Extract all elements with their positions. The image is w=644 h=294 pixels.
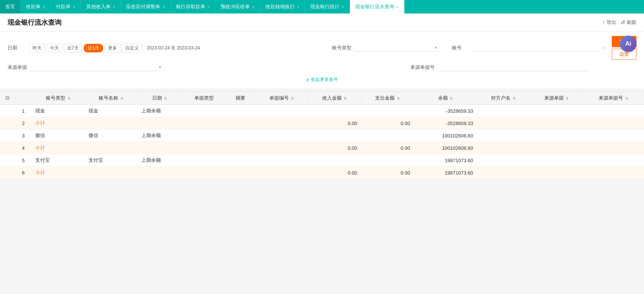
collapse-label: 收起更多条件 (311, 76, 338, 83)
sort-source-doc-no-icon[interactable]: ⇅ (625, 96, 628, 100)
nav-payment-close[interactable]: × (73, 4, 75, 9)
export-button[interactable]: ↑ 导出 (602, 19, 616, 26)
refresh-icon: ↺ (621, 19, 625, 25)
date-btn-7days[interactable]: 近7天 (64, 44, 82, 52)
export-icon: ↑ (602, 19, 605, 25)
col-date[interactable]: 日期 ⇅ (138, 92, 182, 105)
account-type-input[interactable] (354, 44, 435, 51)
sort-balance-icon[interactable]: ⇅ (450, 96, 453, 100)
table-row[interactable]: 6小计0.000.0019871073.60 (0, 167, 644, 179)
col-balance[interactable]: 余额 ⇅ (414, 92, 477, 105)
col-source-doc[interactable]: 来源单据 ⇅ (530, 92, 583, 105)
page-title: 现金银行流水查询 (8, 18, 62, 27)
account-label: 账号 (452, 45, 471, 51)
col-setting: ⚙ (0, 92, 15, 105)
gear-icon[interactable]: ⚙ (5, 95, 10, 101)
col-doc-type: 单据类型 (182, 92, 226, 105)
header-actions: ↑ 导出 ↺ 刷新 (602, 19, 636, 26)
sort-account-type-icon[interactable]: ⇅ (68, 96, 71, 100)
date-options: 昨天 今天 近7天 近1月 更多 自定义 2023-02-24 至 2023-0… (29, 44, 200, 52)
nav-advance-offset-close[interactable]: × (252, 4, 254, 9)
nav-cash-bank-stat-close[interactable]: × (342, 4, 344, 9)
data-table: ⚙ 账号类型 ⇅ 账号名称 ⇅ 日期 ⇅ 单据类型 摘要 单据编号 (0, 91, 644, 179)
nav-other-income[interactable]: 其他收入单 × (81, 0, 121, 13)
top-nav: 首页 收款单 × 付款单 × 其他收入单 × 应收应付调整单 × 银行存取款单 … (0, 0, 644, 13)
source-doc-select-wrapper: ▾ (30, 64, 161, 71)
account-type-select-wrapper: ▾ (354, 44, 437, 52)
col-counterpart[interactable]: 对方户名 ⇅ (477, 92, 530, 105)
account-no-wrapper: ··· (474, 44, 606, 52)
sort-doc-no-icon[interactable]: ⇅ (291, 96, 294, 100)
nav-cash-bank-stat[interactable]: 现金银行统计 × (305, 0, 350, 13)
account-type-chevron[interactable]: ▾ (435, 45, 437, 50)
table-row[interactable]: 1现金现金上期余额-3528659.33 (0, 105, 644, 117)
table-row[interactable]: 3微信微信上期余额100102606.60 (0, 130, 644, 142)
date-range: 2023-02-24 至 2023-03-24 (147, 45, 200, 51)
col-expense[interactable]: 支出金额 ⇅ (361, 92, 414, 105)
date-btn-1month[interactable]: 近1月 (84, 44, 104, 52)
filter-area: 日期 昨天 今天 近7天 近1月 更多 自定义 2023-02-24 至 202… (0, 31, 644, 89)
col-account-type[interactable]: 账号类型 ⇅ (32, 92, 84, 105)
collapse-icon: ∧ (306, 77, 309, 82)
source-doc-no-input[interactable] (438, 64, 588, 71)
date-btn-more[interactable]: 更多 (105, 44, 120, 52)
ai-assistant-badge[interactable]: Ai (620, 36, 636, 52)
source-doc-no-wrapper (438, 64, 588, 71)
table-row[interactable]: 2小计0.000.00-3528659.33 (0, 117, 644, 130)
nav-cash-bank-flow-close[interactable]: × (396, 4, 399, 9)
nav-collection-exec-close[interactable]: × (297, 4, 299, 9)
filter-row-2: 来源单据 ▾ 来源单据号 (8, 64, 636, 71)
table-header-row: ⚙ 账号类型 ⇅ 账号名称 ⇅ 日期 ⇅ 单据类型 摘要 单据编号 (0, 92, 644, 105)
col-income[interactable]: 收入金额 ⇅ (308, 92, 361, 105)
sort-income-icon[interactable]: ⇅ (344, 96, 347, 100)
nav-payment[interactable]: 付款单 × (51, 0, 81, 13)
col-no (15, 92, 32, 105)
nav-collection-exec[interactable]: 收款核销执行 × (260, 0, 305, 13)
col-summary: 摘要 (226, 92, 255, 105)
nav-advance-offset[interactable]: 预收冲应收单 × (215, 0, 260, 13)
table-container: ⚙ 账号类型 ⇅ 账号名称 ⇅ 日期 ⇅ 单据类型 摘要 单据编号 (0, 91, 644, 179)
sort-counterpart-icon[interactable]: ⇅ (513, 96, 516, 100)
table-row[interactable]: 5支付宝支付宝上期余额19871073.60 (0, 154, 644, 167)
date-btn-custom[interactable]: 自定义 (122, 44, 142, 52)
col-account-name[interactable]: 账号名称 ⇅ (85, 92, 138, 105)
source-doc-no-label: 来源单据号 (410, 64, 435, 71)
table-row[interactable]: 4小计0.000.00100102606.60 (0, 142, 644, 154)
table-body: 1现金现金上期余额-3528659.332小计0.000.00-3528659.… (0, 105, 644, 179)
page-header: 现金银行流水查询 ↑ 导出 ↺ 刷新 (0, 13, 644, 31)
account-input[interactable] (474, 44, 598, 51)
col-doc-no[interactable]: 单据编号 ⇅ (255, 92, 308, 105)
nav-cash-bank-flow[interactable]: 现金银行流水查询 × (350, 0, 404, 13)
sort-date-icon[interactable]: ⇅ (164, 96, 167, 100)
refresh-button[interactable]: ↺ 刷新 (621, 19, 636, 26)
account-type-label: 账号类型 (332, 45, 351, 51)
date-label: 日期 (8, 45, 26, 51)
nav-ar-ap-adjust-close[interactable]: × (162, 4, 165, 9)
nav-bank-deposit[interactable]: 银行存取款单 × (171, 0, 215, 13)
sort-expense-icon[interactable]: ⇅ (397, 96, 400, 100)
date-btn-yesterday[interactable]: 昨天 (29, 44, 45, 52)
date-btn-today[interactable]: 今天 (47, 44, 62, 52)
nav-bank-deposit-close[interactable]: × (207, 4, 210, 9)
source-doc-chevron[interactable]: ▾ (159, 65, 161, 70)
nav-home[interactable]: 首页 (0, 0, 21, 13)
collapse-bar[interactable]: ∧ 收起更多条件 (8, 75, 636, 86)
source-doc-label: 来源单据 (8, 64, 27, 71)
nav-receipt-close[interactable]: × (43, 4, 45, 9)
account-dots-icon[interactable]: ··· (601, 45, 606, 51)
filter-row-1: 日期 昨天 今天 近7天 近1月 更多 自定义 2023-02-24 至 202… (8, 36, 636, 60)
sort-source-doc-icon[interactable]: ⇅ (566, 96, 569, 100)
source-doc-input[interactable] (30, 64, 159, 71)
col-source-doc-no[interactable]: 来源单据号 ⇅ (583, 92, 644, 105)
sort-account-name-icon[interactable]: ⇅ (120, 96, 123, 100)
nav-ar-ap-adjust[interactable]: 应收应付调整单 × (121, 0, 170, 13)
nav-receipt[interactable]: 收款单 × (21, 0, 51, 13)
nav-other-income-close[interactable]: × (113, 4, 115, 9)
